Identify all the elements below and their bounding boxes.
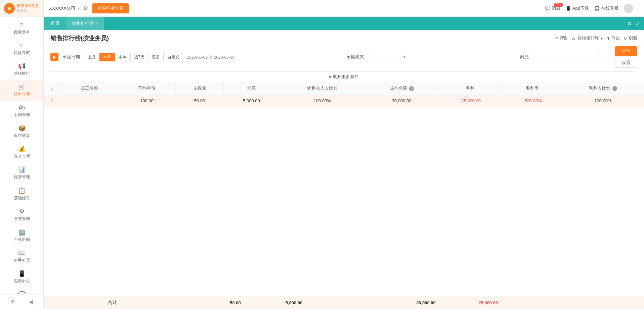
cell-amount: 5,000.00 bbox=[223, 95, 279, 107]
col-amount: 全额 bbox=[223, 82, 279, 95]
col-rank: ☆ bbox=[44, 82, 60, 95]
table-scroll[interactable]: ☆ 员工名称 平均单价 主数量 全额 销售收入占比% 成本全额 i 毛利 毛利率… bbox=[44, 82, 644, 296]
col-gross-rate: 毛利率 bbox=[503, 82, 562, 95]
sidebar-collapse-icon[interactable]: ◀ bbox=[29, 299, 33, 305]
cell-gross-pct: 100.00% bbox=[562, 95, 644, 107]
marketing-label: 营销推广 bbox=[14, 71, 30, 76]
sidebar-item-inventory[interactable]: 📦库存核算 bbox=[0, 121, 43, 142]
tab-minimize-icon[interactable]: ✕ bbox=[627, 20, 632, 27]
query-settings-group: 查询 设置 bbox=[615, 46, 637, 68]
date-range-text: 2023-06-01 至 2023-06-30 bbox=[187, 55, 234, 60]
filter-expand-btn[interactable]: ▶ bbox=[50, 53, 58, 61]
sidebar: 畅 畅康通好生意 标准版 ≡搜索菜单⌂快捷导航📢营销推广🛒销售管理🛍采购管理📦库… bbox=[0, 0, 44, 309]
sidebar-item-system[interactable]: ⚙系统管理 bbox=[0, 204, 43, 225]
footer-main-qty: 50.00 bbox=[206, 300, 265, 306]
sidebar-item-wechat[interactable]: 💬企业微信 bbox=[0, 288, 43, 294]
footer-cost: 30,000.00 bbox=[394, 300, 458, 306]
status-select[interactable] bbox=[368, 53, 408, 61]
enterprise-icon: 🏢 bbox=[18, 228, 26, 236]
avatar[interactable] bbox=[624, 4, 633, 13]
sales-icon: 🛒 bbox=[18, 83, 26, 91]
marketing-icon: 📢 bbox=[18, 62, 26, 70]
sidebar-item-marketing[interactable]: 📢营销推广 bbox=[0, 59, 43, 80]
cell-gross: -25,000.00 bbox=[438, 95, 503, 107]
search-label: 搜索菜单 bbox=[14, 30, 30, 35]
expand-more-btn[interactable]: ▾ 展开更多条件 bbox=[50, 71, 637, 82]
footer-table: 合计 50.00 5,000.00 30,000.00 -25,000.00 bbox=[48, 300, 640, 306]
expand-icon: ▾ bbox=[329, 74, 331, 80]
cell-sales-pct: 100.00% bbox=[280, 95, 365, 107]
content-area: 销售排行榜(按业务员) ? 帮助 🖨 按模板打印 ▾ ⬆ 导出 bbox=[44, 30, 644, 309]
company-selector[interactable]: XXXXXX公司 ▾ bbox=[49, 5, 79, 11]
sidebar-item-basic-info[interactable]: 📋基础信息 bbox=[0, 184, 43, 204]
date-btn-prev-month[interactable]: 上月 bbox=[84, 53, 99, 61]
sidebar-item-search[interactable]: ≡搜索菜单 bbox=[0, 18, 43, 39]
sidebar-item-operations[interactable]: 📊经营管理 bbox=[0, 163, 43, 184]
search-icon: ≡ bbox=[20, 21, 24, 29]
col-gross: 毛利 bbox=[438, 82, 503, 95]
refresh-label: 刷新 bbox=[629, 35, 637, 41]
system-icon: ⚙ bbox=[19, 208, 25, 215]
date-range-display: 2023-06-01 至 2023-06-30 bbox=[187, 54, 234, 60]
online-service-button[interactable]: 🎧 在线客服 bbox=[594, 5, 618, 11]
cell-main-qty: 50.00 bbox=[176, 95, 224, 107]
refresh-icon: ↻ bbox=[624, 36, 627, 41]
date-btn-custom[interactable]: 自定义 bbox=[164, 53, 183, 61]
export-button[interactable]: ⬆ 导出 bbox=[606, 35, 620, 41]
cost-info-icon[interactable]: i bbox=[409, 86, 414, 91]
tab-home[interactable]: 首页 bbox=[44, 17, 67, 30]
date-btn-current-year[interactable]: 本年 bbox=[115, 53, 130, 61]
svg-text:畅: 畅 bbox=[8, 7, 11, 10]
footer-amount: 5,000.00 bbox=[265, 300, 324, 306]
help-button[interactable]: ? 帮助 bbox=[556, 35, 568, 41]
sidebar-item-enterprise[interactable]: 🏢企业协同 bbox=[0, 225, 43, 246]
sidebar-logo: 畅 畅康通好生意 标准版 bbox=[0, 0, 43, 17]
gross-pct-info-icon[interactable]: i bbox=[612, 86, 617, 91]
cell-rank: 1 bbox=[44, 95, 60, 107]
status-select-wrapper bbox=[368, 53, 408, 61]
tab-close-icon[interactable]: × bbox=[96, 21, 98, 26]
print-button[interactable]: 🖨 按模板打印 ▾ bbox=[572, 35, 603, 41]
online-service-label: 在线客服 bbox=[601, 5, 618, 11]
sidebar-item-sales[interactable]: 🛒销售管理 bbox=[0, 80, 43, 101]
print-icon: 🖨 bbox=[572, 36, 576, 41]
tab-home-label: 首页 bbox=[50, 20, 60, 27]
table-area: ☆ 员工名称 平均单价 主数量 全额 销售收入占比% 成本全额 i 毛利 毛利率… bbox=[44, 82, 644, 309]
tabbar: 首页 销售排行榜 × ✕ ⤢ bbox=[44, 17, 644, 30]
app-download-button[interactable]: 📱 App下载 bbox=[566, 5, 589, 11]
goods-input[interactable] bbox=[533, 53, 600, 61]
refresh-button[interactable]: ↻ 刷新 bbox=[624, 35, 637, 41]
page-header: 销售排行榜(按业务员) ? 帮助 🖨 按模板打印 ▾ ⬆ 导出 bbox=[44, 30, 644, 82]
settings-button[interactable]: 设置 bbox=[615, 58, 637, 68]
tab-restore-icon[interactable]: ⤢ bbox=[636, 20, 640, 27]
app-center-label: 应用中心 bbox=[14, 278, 30, 284]
sidebar-item-quick-nav[interactable]: ⌂快捷导航 bbox=[0, 39, 43, 59]
guide-label: 新手引导 bbox=[14, 258, 30, 263]
filter-bar: ▶ 单据日期 上月 本月 本年 近7天 更多 自定义 2023-06-01 至 … bbox=[50, 46, 637, 82]
date-btn-current-month[interactable]: 本月 bbox=[99, 53, 115, 61]
main-area: XXXXXX公司 ▾ ⚙ 体验行业方案 💬 消息 99+ 📱 App下载 🎧 在… bbox=[44, 0, 644, 309]
tab-sales-ranking[interactable]: 销售排行榜 × bbox=[67, 17, 104, 30]
print-dropdown-icon: ▾ bbox=[601, 36, 603, 41]
help-label: 帮助 bbox=[560, 35, 568, 41]
sales-label: 销售管理 bbox=[14, 92, 30, 97]
date-btn-7days[interactable]: 近7天 bbox=[130, 53, 148, 61]
app-download-icon: 📱 bbox=[566, 6, 571, 11]
goods-more-icon[interactable]: ··· bbox=[604, 54, 608, 60]
enterprise-label: 企业协同 bbox=[14, 237, 30, 243]
trial-button[interactable]: 体验行业方案 bbox=[92, 3, 129, 13]
cell-cost: 30,000.00 bbox=[365, 95, 438, 107]
sidebar-settings-icon[interactable]: ⚙ bbox=[10, 299, 15, 305]
app-version: 标准版 bbox=[17, 8, 39, 13]
topbar-settings-icon[interactable]: ⚙ bbox=[83, 5, 88, 11]
sidebar-item-purchase[interactable]: 🛍采购管理 bbox=[0, 101, 43, 121]
sidebar-item-guide[interactable]: 📖新手引导 bbox=[0, 246, 43, 267]
sidebar-item-app-center[interactable]: 📱应用中心 bbox=[0, 267, 43, 288]
message-button[interactable]: 💬 消息 99+ bbox=[545, 5, 560, 11]
query-button[interactable]: 查询 bbox=[615, 46, 637, 56]
operations-label: 经营管理 bbox=[14, 174, 30, 180]
sidebar-item-finance[interactable]: 💰资金管理 bbox=[0, 142, 43, 163]
date-btn-more[interactable]: 更多 bbox=[148, 53, 164, 61]
footer-gross-rate bbox=[517, 300, 575, 306]
tab-right-actions: ✕ ⤢ bbox=[627, 17, 644, 30]
